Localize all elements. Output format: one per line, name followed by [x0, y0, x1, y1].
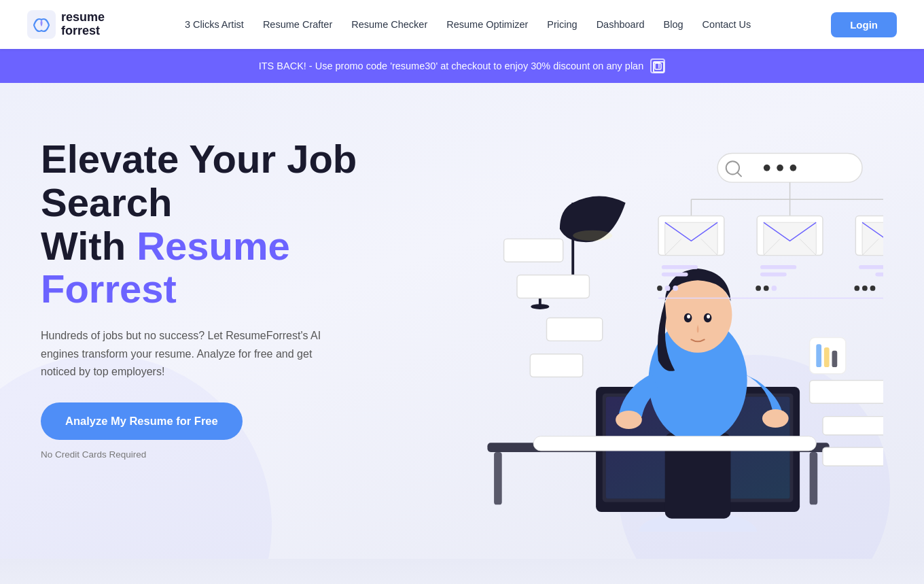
- svg-point-56: [870, 286, 876, 291]
- svg-point-50: [764, 286, 769, 291]
- svg-point-30: [790, 165, 797, 171]
- svg-rect-4: [810, 452, 818, 504]
- svg-rect-3: [494, 452, 502, 504]
- nav-item-crafter[interactable]: Resume Crafter: [263, 18, 332, 31]
- no-credit-card-note: No Credit Cards Required: [41, 449, 394, 460]
- hero-subtext: Hundreds of jobs but no success? Let Res…: [41, 327, 326, 381]
- svg-rect-53: [875, 273, 883, 277]
- svg-rect-1: [655, 63, 661, 69]
- svg-point-19: [707, 315, 710, 319]
- hero-illustration: [394, 124, 883, 532]
- svg-rect-69: [533, 436, 816, 451]
- svg-point-18: [687, 315, 690, 319]
- svg-point-23: [531, 304, 549, 309]
- logo-icon: [27, 10, 56, 39]
- svg-rect-60: [547, 317, 603, 341]
- svg-point-55: [862, 286, 868, 291]
- svg-point-54: [854, 286, 859, 291]
- svg-rect-64: [823, 447, 883, 466]
- login-button[interactable]: Login: [831, 12, 897, 37]
- trusted-section: Trusted by employees working at: [0, 559, 924, 584]
- svg-point-46: [673, 286, 678, 291]
- svg-point-49: [756, 286, 761, 291]
- nav-item-blog[interactable]: Blog: [664, 18, 683, 31]
- nav-item-optimizer[interactable]: Resume Optimizer: [446, 18, 528, 31]
- svg-rect-48: [760, 273, 787, 277]
- heading-with-plain: With Resume: [41, 224, 290, 268]
- hero-section: Elevate Your Job Search With Resume Forr…: [0, 83, 924, 559]
- svg-rect-59: [517, 275, 589, 298]
- illustration-svg: [394, 124, 883, 532]
- nav-item-contact[interactable]: Contact Us: [703, 18, 751, 31]
- navbar: resume forrest 3 Clicks Artist Resume Cr…: [0, 0, 924, 49]
- svg-point-51: [771, 286, 777, 291]
- svg-point-29: [777, 165, 783, 171]
- svg-rect-42: [662, 265, 698, 269]
- logo-text: resume forrest: [61, 11, 105, 38]
- svg-rect-41: [862, 222, 883, 255]
- hero-content: Elevate Your Job Search With Resume Forr…: [41, 124, 394, 460]
- promo-text: ITS BACK! - Use promo code 'resume30' at…: [259, 61, 644, 71]
- nav-item-dashboard[interactable]: Dashboard: [597, 18, 645, 31]
- svg-point-24: [573, 230, 612, 241]
- logo[interactable]: resume forrest: [27, 10, 105, 39]
- nav-item-checker[interactable]: Resume Checker: [351, 18, 427, 31]
- svg-point-14: [762, 409, 789, 428]
- svg-rect-66: [816, 344, 821, 367]
- svg-rect-62: [810, 380, 883, 403]
- promo-banner: ITS BACK! - Use promo code 'resume30' at…: [0, 49, 924, 83]
- svg-rect-58: [504, 239, 563, 262]
- svg-rect-63: [823, 417, 883, 435]
- copy-icon[interactable]: [650, 58, 665, 73]
- svg-rect-43: [662, 273, 688, 277]
- nav-item-pricing[interactable]: Pricing: [547, 18, 577, 31]
- svg-point-13: [616, 411, 642, 429]
- svg-rect-47: [760, 265, 796, 269]
- svg-rect-61: [530, 354, 582, 377]
- svg-rect-68: [832, 351, 838, 367]
- svg-point-28: [764, 165, 770, 171]
- nav-item-3clicks[interactable]: 3 Clicks Artist: [185, 18, 244, 31]
- svg-rect-52: [859, 265, 883, 269]
- svg-rect-67: [824, 347, 830, 367]
- svg-point-44: [657, 286, 662, 291]
- nav-links: 3 Clicks Artist Resume Crafter Resume Ch…: [185, 18, 751, 31]
- analyze-button[interactable]: Analyze My Resume for Free: [41, 402, 243, 440]
- svg-point-45: [665, 286, 671, 291]
- hero-heading: Elevate Your Job Search With Resume Forr…: [41, 137, 394, 311]
